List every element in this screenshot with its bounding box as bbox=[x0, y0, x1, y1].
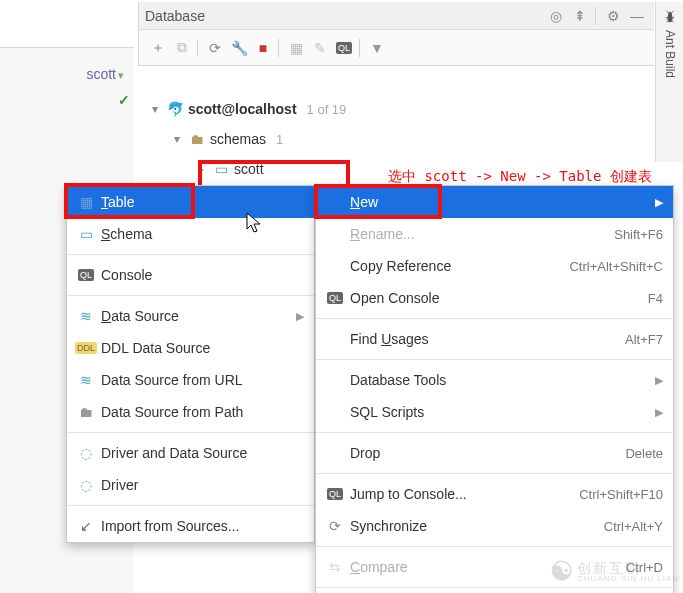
submenu-label: Data Source from URL bbox=[97, 372, 304, 388]
submenu-label: Import from Sources... bbox=[97, 518, 304, 534]
submenu-item-console[interactable]: QL Console bbox=[67, 259, 314, 291]
connection-label: scott@localhost bbox=[188, 101, 297, 117]
ql-console-icon[interactable]: QL bbox=[333, 37, 355, 59]
menu-item-rename: Rename... Shift+F6 bbox=[316, 218, 673, 250]
tree-root-connection[interactable]: ▾ 🐬 scott@localhost 1 of 19 bbox=[140, 94, 655, 124]
table-view-icon[interactable]: ▦ bbox=[285, 37, 307, 59]
ql-icon: QL bbox=[324, 488, 346, 500]
schema-icon: ▭ bbox=[75, 226, 97, 242]
table-icon: ▦ bbox=[75, 194, 97, 210]
ql-icon: QL bbox=[75, 269, 97, 281]
submenu-label: Driver bbox=[97, 477, 304, 493]
submenu-item-schema[interactable]: ▭ Schema bbox=[67, 218, 314, 250]
chevron-right-icon: ▶ bbox=[649, 374, 663, 387]
submenu-item-driver-ds[interactable]: ◌ Driver and Data Source bbox=[67, 437, 314, 469]
database-toolbar: ＋ ⧉ ⟳ 🔧 ■ ▦ ✎ QL ▼ bbox=[139, 30, 654, 66]
sync-icon: ⟳ bbox=[324, 518, 346, 534]
driver-icon: ◌ bbox=[75, 477, 97, 493]
menu-label: SQL Scripts bbox=[346, 404, 649, 420]
submenu-label: Data Source bbox=[97, 308, 290, 324]
edit-icon[interactable]: ✎ bbox=[309, 37, 331, 59]
menu-item-db-tools[interactable]: Database Tools ▶ bbox=[316, 364, 673, 396]
submenu-item-datasource-path[interactable]: 🖿 Data Source from Path bbox=[67, 396, 314, 428]
ql-icon: QL bbox=[324, 292, 346, 304]
datasource-icon: 🐬 bbox=[166, 101, 184, 117]
submenu-label: DDL Data Source bbox=[97, 340, 304, 356]
submenu-label: Schema bbox=[97, 226, 304, 242]
menu-shortcut: Ctrl+Alt+Y bbox=[604, 519, 663, 534]
breadcrumb-scott[interactable]: scott▾ bbox=[86, 66, 124, 82]
menu-item-jump-console[interactable]: QL Jump to Console... Ctrl+Shift+F10 bbox=[316, 478, 673, 510]
menu-item-copyref[interactable]: Copy Reference Ctrl+Alt+Shift+C bbox=[316, 250, 673, 282]
menu-shortcut: Alt+F7 bbox=[625, 332, 663, 347]
ant-build-label: Ant Build bbox=[663, 30, 677, 78]
menu-shortcut: Ctrl+Alt+Shift+C bbox=[569, 259, 663, 274]
submenu-item-datasource-url[interactable]: ≋ Data Source from URL bbox=[67, 364, 314, 396]
add-icon[interactable]: ＋ bbox=[147, 37, 169, 59]
watermark: ☯ 创新互联 CHUANG XIN HU LIAN bbox=[550, 556, 679, 587]
connection-badge: 1 of 19 bbox=[307, 102, 347, 117]
schemas-label: schemas bbox=[210, 131, 266, 147]
menu-label: Drop bbox=[346, 445, 625, 461]
menu-item-new[interactable]: New ▶ bbox=[316, 186, 673, 218]
menu-shortcut: Ctrl+Shift+F10 bbox=[579, 487, 663, 502]
submenu-item-ddl[interactable]: DDL DDL Data Source bbox=[67, 332, 314, 364]
menu-label: Database Tools bbox=[346, 372, 649, 388]
menu-shortcut: Delete bbox=[625, 446, 663, 461]
new-submenu: ▦ Table ▭ Schema QL Console ≋ Data Sourc… bbox=[66, 185, 315, 543]
menu-label: Jump to Console... bbox=[346, 486, 579, 502]
database-tool-window: Database ◎ ⇞ ⚙ — ＋ ⧉ ⟳ 🔧 ■ ▦ ✎ QL ▼ bbox=[138, 2, 654, 66]
import-icon: ↙ bbox=[75, 518, 97, 534]
menu-shortcut: F4 bbox=[648, 291, 663, 306]
submenu-item-table[interactable]: ▦ Table bbox=[67, 186, 314, 218]
submenu-label: Data Source from Path bbox=[97, 404, 304, 420]
submenu-label: Table bbox=[97, 194, 304, 210]
tree-schemas-node[interactable]: ▾ 🖿 schemas 1 bbox=[140, 124, 655, 154]
chevron-down-icon[interactable]: ▾ bbox=[170, 132, 184, 146]
wrench-icon[interactable]: 🔧 bbox=[228, 37, 250, 59]
menu-item-find-usages[interactable]: Find Usages Alt+F7 bbox=[316, 323, 673, 355]
diff-icon: ⇆ bbox=[324, 559, 346, 575]
ddl-icon: DDL bbox=[75, 342, 97, 354]
chevron-right-icon: ▶ bbox=[290, 310, 304, 323]
ant-build-panel[interactable]: Ant Build bbox=[655, 2, 683, 162]
menu-label: Copy Reference bbox=[346, 258, 569, 274]
context-menu: New ▶ Rename... Shift+F6 Copy Reference … bbox=[315, 185, 674, 593]
hide-icon[interactable]: — bbox=[626, 5, 648, 27]
menu-label: Open Console bbox=[346, 290, 648, 306]
menu-item-synchronize[interactable]: ⟳ Synchronize Ctrl+Alt+Y bbox=[316, 510, 673, 542]
menu-label: New bbox=[346, 194, 649, 210]
submenu-item-datasource[interactable]: ≋ Data Source ▶ bbox=[67, 300, 314, 332]
driver-icon: ◌ bbox=[75, 445, 97, 461]
status-check-icon: ✓ bbox=[118, 92, 130, 108]
menu-item-drop[interactable]: Drop Delete bbox=[316, 437, 673, 469]
refresh-icon[interactable]: ⟳ bbox=[204, 37, 226, 59]
submenu-item-driver[interactable]: ◌ Driver bbox=[67, 469, 314, 501]
database-title: Database bbox=[145, 8, 543, 24]
datasource-icon: ≋ bbox=[75, 372, 97, 388]
menu-item-sql-scripts[interactable]: SQL Scripts ▶ bbox=[316, 396, 673, 428]
collapse-icon[interactable]: ⇞ bbox=[569, 5, 591, 27]
chevron-down-icon[interactable]: ▾ bbox=[148, 102, 162, 116]
menu-shortcut: Shift+F6 bbox=[614, 227, 663, 242]
stop-icon[interactable]: ■ bbox=[252, 37, 274, 59]
annotation-text: 选中 scott -> New -> Table 创建表 bbox=[388, 168, 652, 186]
schemas-badge: 1 bbox=[276, 132, 283, 147]
target-icon[interactable]: ◎ bbox=[545, 5, 567, 27]
folder-icon: 🖿 bbox=[75, 404, 97, 420]
datasource-icon: ≋ bbox=[75, 308, 97, 324]
menu-label: Rename... bbox=[346, 226, 614, 242]
filter-icon[interactable]: ▼ bbox=[366, 37, 388, 59]
database-titlebar[interactable]: Database ◎ ⇞ ⚙ — bbox=[139, 2, 654, 30]
ant-icon bbox=[663, 10, 677, 24]
menu-label: Synchronize bbox=[346, 518, 604, 534]
submenu-label: Driver and Data Source bbox=[97, 445, 304, 461]
submenu-item-import[interactable]: ↙ Import from Sources... bbox=[67, 510, 314, 542]
gear-icon[interactable]: ⚙ bbox=[602, 5, 624, 27]
duplicate-icon[interactable]: ⧉ bbox=[171, 37, 193, 59]
chevron-right-icon: ▶ bbox=[649, 406, 663, 419]
menu-item-open-console[interactable]: QL Open Console F4 bbox=[316, 282, 673, 314]
menu-label: Find Usages bbox=[346, 331, 625, 347]
chevron-right-icon: ▶ bbox=[649, 196, 663, 209]
submenu-label: Console bbox=[97, 267, 304, 283]
